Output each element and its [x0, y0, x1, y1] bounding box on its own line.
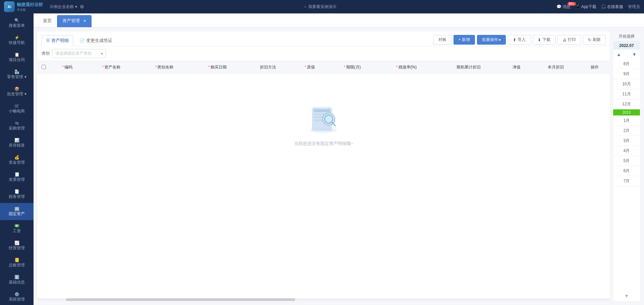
company-name: 示例企业名称 — [50, 4, 74, 10]
month-item-8[interactable]: 8月 — [613, 59, 640, 69]
doc-icon: 📄 — [79, 38, 85, 43]
sidebar-item-search-menu[interactable]: 🔍 搜索菜单 — [0, 15, 34, 32]
chevron-down-icon-small: ▾ — [625, 293, 628, 299]
sidebar-item-basic-info[interactable]: ℹ️ 基础信息 — [0, 271, 34, 289]
headset-icon: 🎧 — [601, 4, 606, 9]
demo-link[interactable]: ○ 我要看实例演示 — [304, 4, 336, 10]
month-item-4[interactable]: 4月 — [613, 146, 640, 156]
online-service-button[interactable]: 🎧 在线客服 — [601, 4, 623, 10]
month-item-7-current[interactable]: 7月 — [613, 176, 640, 186]
sub-tabs: ☰ 资产明细 📄 变更生成凭证 对账 + 新增 批量操作 ▾ — [38, 32, 610, 46]
chevron-down-icon: ▾ — [499, 38, 501, 42]
subtab-asset-detail[interactable]: ☰ 资产明细 — [42, 35, 73, 46]
add-button[interactable]: + 新增 — [453, 35, 475, 45]
month-item-5[interactable]: 5月 — [613, 156, 640, 166]
inventory-icon: 📊 — [1, 138, 32, 143]
print-icon: 🖨 — [562, 38, 567, 42]
sidebar-item-general-ledger[interactable]: 📒 总账管理 — [0, 254, 34, 271]
col-residual-rate: *残值率(%) — [377, 61, 435, 74]
sidebar-item-ops-mgmt[interactable]: 📈 经营管理 — [0, 237, 34, 254]
main-layout: 🔍 搜索菜单 ⚡ 快捷导航 📋 项目合同 🏪 零售管理 ▾ 📦 批发管理 ▾ 🛒… — [0, 13, 644, 305]
tab-asset-management[interactable]: 资产管理 ✕ — [57, 15, 92, 27]
subtab-change-voucher[interactable]: 📄 变更生成凭证 — [75, 35, 117, 46]
col-net-value: 净值 — [501, 61, 532, 74]
month-item-10[interactable]: 10月 — [613, 79, 640, 89]
horizontal-scrollbar[interactable] — [38, 298, 610, 301]
month-item-9[interactable]: 9月 — [613, 69, 640, 79]
month-item-3[interactable]: 3月 — [613, 136, 640, 146]
refresh-button[interactable]: ↻ 刷新 — [583, 35, 606, 45]
tab-close-icon[interactable]: ✕ — [83, 19, 86, 23]
category-label: 类别 — [42, 51, 50, 56]
toolbar-area: 对账 + 新增 批量操作 ▾ ⬆ 导入 ⬇ 下载 — [433, 35, 606, 46]
message-button[interactable]: 💬 消息 99+ — [556, 4, 571, 10]
next-month-button[interactable]: ▼ — [630, 51, 639, 58]
col-original-value: *原值 — [292, 61, 327, 74]
category-placeholder: 请选择固定资产类别 — [55, 51, 92, 56]
category-select[interactable]: 请选择固定资产类别 ▾ — [52, 49, 106, 58]
chevron-down-icon: ▾ — [75, 4, 77, 9]
import-button[interactable]: ⬆ 导入 — [508, 35, 531, 45]
ops-icon: 📈 — [1, 241, 32, 245]
invoice-icon: 🧾 — [1, 172, 32, 177]
sidebar-item-fixed-assets[interactable]: 🏢 固定资产 — [0, 203, 34, 220]
app-logo: Ai 畅捷通好业财 专业版 — [4, 1, 43, 12]
tab-bar: 首页 资产管理 ✕ — [34, 13, 644, 28]
refresh-icon: ↻ — [588, 38, 591, 42]
sidebar-item-project-contract[interactable]: 📋 项目合同 — [0, 49, 34, 66]
year-2023-marker: 2023 — [613, 109, 640, 116]
reconcile-button[interactable]: 对账 — [433, 35, 451, 45]
fund-icon: 💰 — [1, 155, 32, 160]
demo-icon: ○ — [304, 4, 306, 9]
sidebar-item-payroll[interactable]: 💵 工资 — [0, 220, 34, 237]
batch-button[interactable]: 批量操作 ▾ — [477, 35, 506, 45]
empty-svg — [304, 101, 344, 134]
table-header-row: *编码 *资产名称 *类别名称 *购买日期 折旧方法 *原值 *期限(月) *残… — [38, 61, 610, 74]
prev-month-button[interactable]: ▲ — [614, 51, 623, 58]
month-item-11[interactable]: 11月 — [613, 89, 640, 99]
filter-bar: 类别 请选择固定资产类别 ▾ — [38, 46, 610, 61]
svg-rect-2 — [314, 109, 330, 112]
month-item-1[interactable]: 1月 — [613, 116, 640, 126]
sidebar-item-fund-mgmt[interactable]: 💰 资金管理 — [0, 152, 34, 169]
print-button[interactable]: 🖨 打印 — [557, 35, 581, 45]
sidebar-item-sys-mgmt[interactable]: ⚙️ 系统管理 — [0, 289, 34, 305]
col-category-name: *类别名称 — [138, 61, 191, 74]
settings-button[interactable]: ⚙ — [80, 4, 84, 9]
top-bar-right: 💬 消息 99+ 📱 App下载 🎧 在线客服 管理员 — [556, 4, 640, 10]
col-accumulated-depreciation: 期初累计折旧 — [435, 61, 501, 74]
sidebar-item-quick-nav[interactable]: ⚡ 快捷导航 — [0, 32, 34, 49]
purchase-icon: 🛍 — [1, 121, 32, 125]
company-selector[interactable]: 示例企业名称 ▾ — [50, 4, 77, 10]
month-item-6[interactable]: 6月 — [613, 166, 640, 176]
month-nav: ▲ ▼ — [613, 50, 640, 59]
wholesale-icon: 📦 — [1, 87, 32, 91]
sidebar-item-ecommerce[interactable]: 🛒 小畅电商 — [0, 100, 34, 117]
col-depreciation-method: 折旧方法 — [244, 61, 292, 74]
tab-home[interactable]: 首页 — [38, 15, 57, 27]
fixed-assets-icon: 🏢 — [1, 206, 32, 211]
month-item-12[interactable]: 12月 — [613, 99, 640, 109]
quick-nav-icon: ⚡ — [1, 35, 32, 40]
month-item-2[interactable]: 2月 — [613, 126, 640, 136]
sidebar-item-inventory[interactable]: 📊 库存核算 — [0, 135, 34, 152]
col-asset-name: *资产名称 — [85, 61, 138, 74]
sidebar-item-wholesale-mgmt[interactable]: 📦 批发管理 ▾ — [0, 83, 34, 100]
col-action: 操作 — [580, 61, 610, 74]
sidebar-item-tax-mgmt[interactable]: 📑 税务管理 — [0, 186, 34, 203]
sidebar-item-invoice-mgmt[interactable]: 🧾 发票管理 — [0, 169, 34, 186]
top-bar-left: Ai 畅捷通好业财 专业版 示例企业名称 ▾ ⚙ — [4, 1, 84, 12]
search-icon: 🔍 — [1, 18, 32, 23]
sys-icon: ⚙️ — [1, 292, 32, 297]
month-list: 8月 9月 10月 11月 12月 2023 1月 2月 3月 4月 5月 6月… — [613, 59, 640, 291]
download-button[interactable]: ⬇ 下载 — [533, 35, 555, 45]
app-download-button[interactable]: 📱 App下载 — [575, 4, 596, 10]
col-code: *编码 — [50, 61, 85, 74]
sidebar-item-purchase-mgmt[interactable]: 🛍 采购管理 — [0, 117, 34, 135]
selected-year-month: 2022.07 — [613, 42, 640, 50]
ledger-icon: 📒 — [1, 258, 32, 262]
sidebar-item-retail-mgmt[interactable]: 🏪 零售管理 ▾ — [0, 66, 34, 83]
download-icon: ⬇ — [538, 38, 541, 42]
select-all-checkbox[interactable] — [42, 65, 46, 69]
project-icon: 📋 — [1, 52, 32, 57]
